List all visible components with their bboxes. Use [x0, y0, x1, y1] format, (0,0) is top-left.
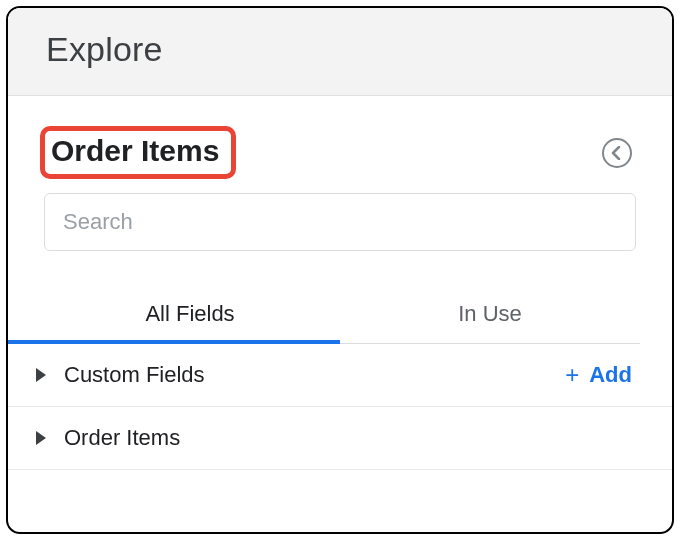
- tab-in-use[interactable]: In Use: [340, 287, 640, 343]
- add-label: Add: [589, 362, 632, 388]
- panel-content: Order Items All Fields In Use: [8, 96, 672, 532]
- section-left: Order Items: [36, 425, 180, 451]
- tab-all-fields-label: All Fields: [145, 301, 234, 326]
- tab-in-use-label: In Use: [458, 301, 522, 326]
- search-input[interactable]: [44, 193, 636, 251]
- section-label: Custom Fields: [64, 362, 205, 388]
- sections-list: Custom Fields + Add Order Items: [8, 344, 672, 470]
- expand-icon: [36, 368, 46, 382]
- explore-window: Explore Order Items All Fields In Use: [6, 6, 674, 534]
- collapse-button[interactable]: [602, 138, 632, 168]
- tab-all-fields[interactable]: All Fields: [40, 287, 340, 343]
- plus-icon: +: [565, 363, 579, 387]
- add-custom-field-button[interactable]: + Add: [565, 362, 632, 388]
- chevron-left-icon: [611, 146, 623, 160]
- search-wrap: [40, 193, 640, 251]
- field-tabs: All Fields In Use: [40, 287, 640, 344]
- window-header: Explore: [8, 8, 672, 96]
- panel-title-highlight: Order Items: [40, 126, 236, 179]
- panel-title-row: Order Items: [40, 126, 640, 179]
- section-custom-fields[interactable]: Custom Fields + Add: [8, 344, 672, 407]
- expand-icon: [36, 431, 46, 445]
- panel-title: Order Items: [51, 134, 219, 167]
- window-title: Explore: [46, 30, 634, 69]
- section-left: Custom Fields: [36, 362, 205, 388]
- section-label: Order Items: [64, 425, 180, 451]
- section-order-items[interactable]: Order Items: [8, 407, 672, 470]
